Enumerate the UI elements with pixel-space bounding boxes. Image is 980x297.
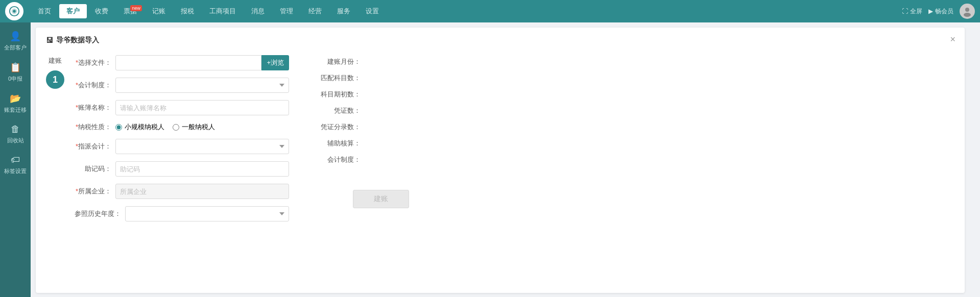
- accounting-system-select[interactable]: [115, 78, 289, 93]
- sidebar: 👤 全部客户 📋 0申报 📂 账套迁移 🗑 回收站 🏷 标签设置: [0, 22, 31, 297]
- nav-item-message[interactable]: 消息: [244, 4, 272, 18]
- accounting-system-row: *会计制度：: [75, 78, 289, 93]
- tax-small-radio[interactable]: [115, 124, 122, 131]
- ref-year-row: 参照历史年度：: [75, 206, 289, 221]
- svg-point-2: [965, 8, 969, 12]
- accountant-label: *指派会计：: [75, 142, 111, 151]
- nav-item-service[interactable]: 服务: [330, 4, 357, 18]
- import-dialog: 🖫 导爷数据导入 × 建账 1 *选择文件：: [36, 28, 965, 293]
- company-row: *所属企业：: [75, 184, 289, 199]
- build-month-row: 建账月份：: [315, 57, 447, 66]
- user-avatar[interactable]: [960, 4, 975, 19]
- nav-item-commerce[interactable]: 工商项目: [202, 4, 243, 18]
- build-btn-container: 建账: [315, 180, 447, 208]
- build-account-button[interactable]: 建账: [353, 190, 409, 208]
- accountant-select[interactable]: [115, 139, 289, 154]
- step-label: 建账: [49, 56, 62, 65]
- right-panel: 建账月份： 匹配科目数： 科目期初数： 凭证数：: [304, 55, 447, 221]
- sidebar-item-tag-settings[interactable]: 🏷 标签设置: [1, 151, 30, 179]
- form-fields: *选择文件： +浏览 *会计制度：: [75, 55, 289, 221]
- svg-point-1: [13, 10, 16, 13]
- zero-report-icon: 📋: [10, 62, 21, 73]
- close-button[interactable]: ×: [950, 35, 955, 44]
- file-row: *选择文件： +浏览: [75, 55, 289, 70]
- member-button[interactable]: ▶ 畅会员: [928, 7, 953, 16]
- sidebar-item-recycle[interactable]: 🗑 回收站: [1, 120, 30, 148]
- tax-nature-row: *纳税性质： 小规模纳税人 一般纳税人: [75, 122, 289, 132]
- main-content: 🖫 导爷数据导入 × 建账 1 *选择文件：: [31, 22, 980, 297]
- sidebar-item-all-customers[interactable]: 👤 全部客户: [1, 27, 30, 56]
- period-init-label: 科目期初数：: [315, 90, 361, 99]
- tax-nature-label: *纳税性质：: [75, 122, 111, 132]
- tax-radio-group: 小规模纳税人 一般纳税人: [115, 122, 215, 132]
- nav-item-customer[interactable]: 客户: [59, 4, 87, 18]
- match-subjects-label: 匹配科目数：: [315, 73, 361, 83]
- ledger-name-label: *账簿名称：: [75, 103, 111, 112]
- recycle-icon: 🗑: [11, 124, 20, 135]
- step-badge: 1: [46, 70, 64, 89]
- new-badge: new: [130, 5, 142, 11]
- tax-general-option[interactable]: 一般纳税人: [173, 122, 215, 132]
- app-logo[interactable]: [5, 2, 23, 20]
- nav-item-tax[interactable]: 报税: [174, 4, 201, 18]
- tax-general-radio[interactable]: [173, 124, 179, 131]
- top-navigation: 首页 客户 收费 票据 new 记账 报税 工商项目 消息 管理 经营 服务 设…: [0, 0, 980, 22]
- tax-small-option[interactable]: 小规模纳税人: [115, 122, 164, 132]
- vouchers-row: 凭证数：: [315, 106, 447, 115]
- voucher-entries-label: 凭证分录数：: [315, 122, 361, 132]
- company-label: *所属企业：: [75, 187, 111, 196]
- aux-accounting-label: 辅助核算：: [315, 139, 361, 148]
- form-outer: 建账 1 *选择文件： +浏览: [46, 55, 954, 221]
- match-subjects-row: 匹配科目数：: [315, 73, 447, 83]
- ref-year-select[interactable]: [125, 206, 289, 221]
- file-input-wrap: +浏览: [115, 55, 289, 70]
- info-panel: 建账月份： 匹配科目数： 科目期初数： 凭证数：: [315, 55, 447, 164]
- nav-item-manage[interactable]: 管理: [273, 4, 300, 18]
- nav-item-invoice[interactable]: 票据 new: [116, 4, 144, 18]
- tag-settings-icon: 🏷: [11, 155, 20, 165]
- member-icon: ▶: [928, 8, 933, 15]
- form-left: 建账 1 *选择文件： +浏览: [46, 55, 289, 221]
- period-init-row: 科目期初数：: [315, 90, 447, 99]
- fullscreen-icon: ⛶: [902, 8, 908, 15]
- svg-point-3: [964, 13, 971, 17]
- ledger-name-input[interactable]: [115, 100, 289, 115]
- nav-item-home[interactable]: 首页: [31, 4, 58, 18]
- build-month-label: 建账月份：: [315, 57, 361, 66]
- nav-item-ledger[interactable]: 记账: [145, 4, 173, 18]
- nav-right-actions: ⛶ 全屏 ▶ 畅会员: [902, 4, 975, 19]
- nav-items-list: 首页 客户 收费 票据 new 记账 报税 工商项目 消息 管理 经营 服务 设…: [31, 4, 902, 18]
- nav-item-fee[interactable]: 收费: [88, 4, 115, 18]
- dialog-title: 🖫 导爷数据导入: [46, 36, 954, 45]
- sidebar-item-zero-report[interactable]: 📋 0申报: [1, 58, 30, 87]
- ref-year-label: 参照历史年度：: [75, 209, 121, 218]
- accounting-system-label: *会计制度：: [75, 81, 111, 90]
- file-label: *选择文件：: [75, 58, 111, 67]
- import-icon: 🖫: [46, 36, 53, 44]
- info-accounting-system-label: 会计制度：: [315, 155, 361, 164]
- accountant-row: *指派会计：: [75, 139, 289, 154]
- memo-row: 助记码：: [75, 161, 289, 177]
- fullscreen-button[interactable]: ⛶ 全屏: [902, 7, 922, 16]
- voucher-entries-row: 凭证分录数：: [315, 122, 447, 132]
- aux-accounting-row: 辅助核算：: [315, 139, 447, 148]
- vouchers-label: 凭证数：: [315, 106, 361, 115]
- nav-item-operations[interactable]: 经营: [301, 4, 329, 18]
- nav-item-settings[interactable]: 设置: [358, 4, 386, 18]
- company-input[interactable]: [115, 184, 289, 199]
- memo-input[interactable]: [115, 161, 289, 177]
- sidebar-item-account-migration[interactable]: 📂 账套迁移: [1, 89, 30, 118]
- browse-button[interactable]: +浏览: [261, 55, 289, 70]
- all-customers-icon: 👤: [10, 31, 21, 42]
- ledger-name-row: *账簿名称：: [75, 100, 289, 115]
- info-accounting-system-row: 会计制度：: [315, 155, 447, 164]
- file-input[interactable]: [115, 55, 261, 70]
- memo-label: 助记码：: [75, 164, 111, 174]
- account-migration-icon: 📂: [10, 93, 21, 104]
